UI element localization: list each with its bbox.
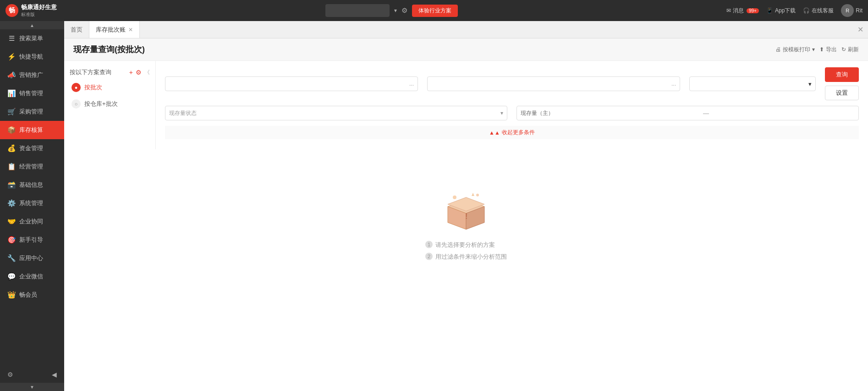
status-dropdown-icon: ▾ — [808, 81, 812, 87]
inventory-qty-label: 现存量（主） — [521, 109, 554, 117]
plan-item-by-warehouse-batch[interactable]: ○ 按仓库+批次 — [64, 96, 155, 112]
warehouse-more-btn[interactable]: ... — [409, 81, 414, 87]
collapse-more-btn[interactable]: ▲▲ 收起更多条件 — [165, 126, 859, 139]
inventory-status-select[interactable]: 现存量状态 ▾ — [165, 106, 507, 120]
sidebar-item-marketing[interactable]: 📣营销推广 — [0, 66, 64, 84]
page-title: 现存量查询(按批次) — [73, 44, 145, 55]
sidebar-item-app-center[interactable]: 🔧应用中心 — [0, 249, 64, 267]
add-plan-button[interactable]: + — [129, 69, 133, 76]
sidebar-item-quick-nav[interactable]: ⚡快捷导航 — [0, 48, 64, 66]
inventory-qty-max[interactable] — [711, 110, 855, 116]
print-dropdown-icon[interactable]: ▾ — [812, 46, 815, 53]
sidebar-icon-sales: 📊 — [7, 89, 16, 98]
sidebar-label-marketing: 营销推广 — [19, 71, 43, 79]
print-icon: 🖨 — [775, 46, 781, 53]
sidebar-collapse-button[interactable]: ◀ — [52, 371, 57, 378]
logo-area: 畅 畅康通好生意 标准版 — [5, 4, 57, 17]
sidebar-icon-search-menu: ☰ — [7, 34, 16, 43]
sidebar-item-basic[interactable]: 🗃️基础信息 — [0, 176, 64, 194]
export-button[interactable]: ⬆ 导出 — [819, 46, 837, 54]
sidebar-item-finance[interactable]: 💰资金管理 — [0, 139, 64, 157]
goods-field: ... — [427, 76, 680, 91]
phone-icon: 📱 — [766, 7, 773, 14]
sidebar-label-system: 系统管理 — [19, 199, 43, 207]
app-download-action[interactable]: 📱 App下载 — [766, 7, 796, 15]
inventory-status-field: 现存量状态 ▾ — [165, 106, 507, 120]
sidebar-icon-system: ⚙️ — [7, 199, 16, 207]
chevron-down-btn[interactable]: ▾ — [394, 7, 397, 14]
sidebar-item-system[interactable]: ⚙️系统管理 — [0, 194, 64, 212]
tab-label-inventory-batch: 库存批次账 — [96, 26, 126, 34]
sidebar-item-newbie[interactable]: 🎯新手引导 — [0, 231, 64, 249]
sidebar-item-operations[interactable]: 📋经营管理 — [0, 157, 64, 176]
sidebar-label-operations: 经营管理 — [19, 163, 43, 171]
user-area[interactable]: R Rit — [841, 4, 863, 17]
app-version: 标准版 — [21, 11, 57, 17]
empty-tips: 1 请先选择要分析的方案 2 用过滤条件来缩小分析范围 — [425, 241, 507, 265]
sidebar-item-enterprise-wechat[interactable]: 💬企业微信 — [0, 267, 64, 286]
refresh-button[interactable]: ↻ 刷新 — [841, 46, 859, 54]
tab-home[interactable]: 首页 — [64, 21, 89, 38]
sidebar: ▲ ☰搜索菜单⚡快捷导航📣营销推广📊销售管理🛒采购管理📦库存核算💰资金管理📋经营… — [0, 21, 64, 391]
search-wrapper — [325, 4, 390, 17]
inventory-qty-min[interactable] — [557, 110, 701, 116]
sidebar-scroll-up[interactable]: ▲ — [0, 21, 64, 29]
top-header: 畅 畅康通好生意 标准版 ▾ ⚙ 体验行业方案 ✉ 消息 99+ 📱 App下载… — [0, 0, 868, 21]
trial-button[interactable]: 体验行业方案 — [412, 5, 458, 17]
plan-inactive-icon: ○ — [71, 99, 81, 109]
warehouse-field: ... — [165, 76, 418, 91]
empty-icon: ! — [439, 186, 494, 232]
goods-more-btn[interactable]: ... — [671, 81, 676, 87]
sidebar-label-finance: 资金管理 — [19, 144, 43, 152]
header-left: 畅 畅康通好生意 标准版 — [5, 4, 57, 17]
plan-active-icon: ● — [71, 83, 81, 92]
search-input[interactable] — [325, 4, 390, 17]
print-button[interactable]: 🖨 按模板打印 ▾ — [775, 46, 815, 54]
tab-close-inventory-batch[interactable]: ✕ — [128, 27, 133, 33]
collapse-filter-sidebar-button[interactable]: 《 — [144, 69, 150, 76]
sidebar-bottom: ⚙ ◀ — [0, 366, 64, 383]
svg-text:!: ! — [465, 212, 467, 220]
sidebar-item-sales[interactable]: 📊销售管理 — [0, 84, 64, 103]
online-service-action[interactable]: 🎧 在线客服 — [803, 7, 834, 15]
sidebar-label-basic: 基础信息 — [19, 181, 43, 189]
settings-button[interactable]: 设置 — [825, 86, 859, 100]
inventory-status-label: 现存量状态 — [169, 109, 197, 117]
sidebar-item-search-menu[interactable]: ☰搜索菜单 — [0, 29, 64, 48]
page-header: 现存量查询(按批次) 🖨 按模板打印 ▾ ⬆ 导出 ↻ 刷新 — [64, 38, 868, 61]
range-dash: — — [703, 110, 709, 117]
plan-settings-button[interactable]: ⚙ — [136, 69, 142, 76]
sidebar-item-inventory[interactable]: 📦库存核算 — [0, 121, 64, 139]
tip-num-2: 2 — [425, 253, 433, 260]
sidebar-icon-enterprise-wechat: 💬 — [7, 272, 16, 281]
tab-bar: 首页库存批次账✕✕ — [64, 21, 868, 38]
messages-action[interactable]: ✉ 消息 99+ — [726, 7, 759, 15]
gear-btn[interactable]: ⚙ — [401, 6, 407, 15]
sidebar-icon-basic: 🗃️ — [7, 181, 16, 189]
content-area: 首页库存批次账✕✕ 现存量查询(按批次) 🖨 按模板打印 ▾ ⬆ 导出 — [64, 21, 868, 391]
empty-illustration: ! — [439, 186, 494, 232]
query-button[interactable]: 查询 — [825, 67, 859, 82]
inventory-qty-field: 现存量（主） — — [516, 106, 859, 120]
sidebar-item-purchase[interactable]: 🛒采购管理 — [0, 103, 64, 121]
sidebar-label-app-center: 应用中心 — [19, 254, 43, 262]
sidebar-scroll-down[interactable]: ▼ — [0, 383, 64, 391]
warehouse-input-wrapper[interactable]: ... — [165, 76, 418, 91]
goods-input-wrapper[interactable]: ... — [427, 76, 680, 91]
status-dropdown[interactable]: ▾ — [689, 76, 816, 91]
sidebar-icon-newbie: 🎯 — [7, 236, 16, 244]
sidebar-item-member[interactable]: 👑畅会员 — [0, 286, 64, 304]
sidebar-item-enterprise[interactable]: 🤝企业协同 — [0, 212, 64, 231]
main-layout: ▲ ☰搜索菜单⚡快捷导航📣营销推广📊销售管理🛒采购管理📦库存核算💰资金管理📋经营… — [0, 21, 868, 391]
warehouse-input[interactable] — [169, 81, 409, 87]
goods-input[interactable] — [431, 81, 671, 87]
tab-inventory-batch[interactable]: 库存批次账✕ — [89, 21, 140, 38]
plan-item-by-batch[interactable]: ● 按批次 — [64, 79, 155, 96]
inventory-status-dropdown-icon: ▾ — [500, 110, 503, 116]
sidebar-settings-button[interactable]: ⚙ — [7, 371, 13, 378]
close-all-tabs-button[interactable]: ✕ — [857, 25, 863, 34]
sidebar-label-purchase: 采购管理 — [19, 108, 43, 116]
sidebar-icon-quick-nav: ⚡ — [7, 53, 16, 61]
messages-label: 消息 — [733, 7, 744, 15]
filter-sidebar-header: 按以下方案查询 + ⚙ 《 — [64, 65, 155, 79]
